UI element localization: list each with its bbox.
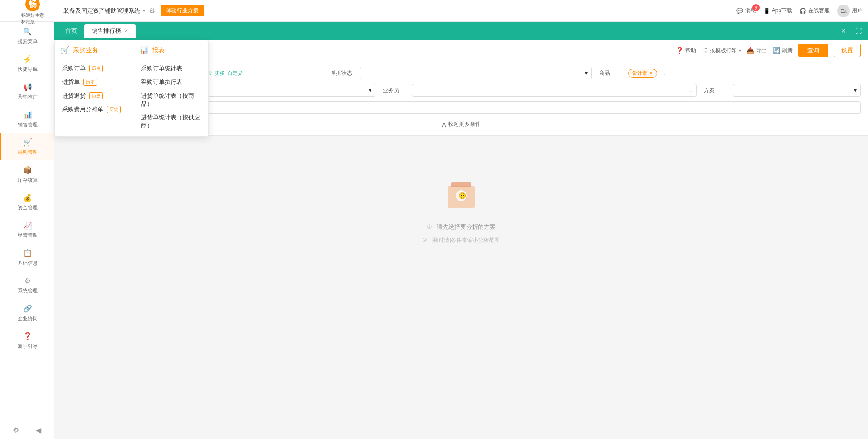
dropdown-col-procurement: 🛒 采购业务 采购订单 历史 进货单 历史 进货退货 历史 采购费用分摊单 历史 (55, 46, 130, 133)
print-button[interactable]: 🖨 按模板打印 ▾ (702, 47, 741, 54)
sidebar-item-sales[interactable]: 📊 销售管理 (0, 105, 54, 133)
help-icon: ❓ (676, 47, 683, 54)
tab-expand-button[interactable]: ⛶ (853, 26, 864, 35)
system-title: 装备及固定资产辅助管理系统 ▾ (63, 7, 145, 15)
tab-close-button[interactable]: ✕ (838, 26, 849, 35)
customer-more-icon[interactable]: … (851, 104, 857, 111)
salesperson-filter: 业务员 … (383, 84, 697, 97)
print-icon: 🖨 (702, 47, 708, 54)
product-more-button[interactable]: … (660, 70, 666, 77)
empty-tip2: ② 用[过滤]条件来缩小分析范围 (422, 237, 500, 244)
procurement-col-header: 🛒 采购业务 (60, 46, 124, 58)
export-icon: 📤 (746, 47, 754, 54)
procurement-dropdown-menu: 🛒 采购业务 采购订单 历史 进货单 历史 进货退货 历史 采购费用分摊单 历史 (54, 40, 209, 137)
sidebar: 🔍 搜索菜单 ⚡ 快捷导航 📢 营销推广 📊 销售管理 🛒 采购管理 📦 库存核… (0, 22, 54, 439)
report-col-header: 📊 报表 (139, 46, 203, 58)
box-icon: 📦 (23, 165, 33, 175)
sidebar-item-procurement[interactable]: 🛒 采购管理 (0, 133, 54, 160)
money-icon: 💰 (23, 192, 33, 202)
query-button[interactable]: 查询 (798, 44, 828, 57)
tab-close-icon[interactable]: ✕ (124, 28, 128, 34)
gear-icon[interactable]: ⚙ (149, 6, 155, 15)
link-icon: 🔗 (23, 303, 33, 313)
list-icon: 📋 (23, 248, 33, 258)
plan-filter: 方案 ▾ (704, 84, 861, 97)
refresh-icon: 🔄 (772, 47, 780, 54)
user-button[interactable]: Ea 用户 (837, 5, 863, 17)
product-tag: 设计素 ✕ (628, 69, 657, 78)
export-button[interactable]: 📤 导出 (746, 47, 767, 54)
dropdown-item-purchase-expense[interactable]: 采购费用分摊单 历史 (60, 103, 124, 116)
dropdown-col-report: 📊 报表 采购订单统计表 采购订单执行表 进货单统计表（按商品） 进货单统计表（… (134, 46, 209, 133)
megaphone-icon: 📢 (23, 82, 33, 92)
procurement-col-icon: 🛒 (60, 46, 69, 55)
sidebar-item-inventory[interactable]: 📦 库存核算 (0, 160, 54, 188)
tab-bar-actions: ✕ ⛶ (838, 26, 864, 35)
sidebar-item-search[interactable]: 🔍 搜索菜单 (0, 22, 54, 49)
dropdown-item-order-execution[interactable]: 采购订单执行表 (139, 75, 203, 89)
report-col-icon: 📊 (139, 46, 148, 55)
chevron-down-icon[interactable]: ▾ (143, 8, 145, 13)
sidebar-item-system[interactable]: ⚙ 系统管理 (0, 271, 54, 299)
tag-close-icon[interactable]: ✕ (649, 70, 653, 76)
lightning-icon: ⚡ (23, 54, 33, 64)
refresh-button[interactable]: 🔄 刷新 (772, 47, 793, 54)
sidebar-item-guide[interactable]: ❓ 新手引导 (0, 326, 54, 354)
collapse-icon: ⋀ (442, 121, 446, 128)
salesperson-select[interactable]: … (412, 84, 697, 97)
chart-icon: 📊 (23, 109, 33, 119)
logo-icon: 畅 (25, 0, 40, 11)
plan-select[interactable]: ▾ (733, 84, 861, 97)
sidebar-item-enterprise[interactable]: 🔗 企业协同 (0, 299, 54, 326)
mobile-icon: 📱 (763, 8, 770, 14)
top-header: 畅 畅通好生意 标准版 装备及固定资产辅助管理系统 ▾ ⚙ 体验行业方案 💬 消… (0, 0, 868, 22)
order-status-select[interactable]: ▾ (360, 67, 592, 79)
footer-settings-icon[interactable]: ⚙ (13, 426, 19, 434)
dropdown-item-purchase-return[interactable]: 进货退货 历史 (60, 89, 124, 103)
sidebar-item-marketing[interactable]: 📢 营销推广 (0, 77, 54, 105)
dropdown-item-receipt-by-supplier[interactable]: 进货单统计表（按供应商） (139, 111, 203, 133)
dropdown-item-receipt-by-product[interactable]: 进货单统计表（按商品） (139, 89, 203, 111)
chevron-down-icon: ▾ (854, 87, 857, 94)
tab-sales-ranking[interactable]: 销售排行榜 ✕ (84, 24, 136, 38)
chevron-down-icon: ▾ (585, 70, 588, 76)
question-icon: ❓ (23, 331, 33, 341)
trending-icon: 📈 (23, 220, 33, 230)
quick-custom-button[interactable]: 自定义 (228, 70, 243, 77)
tab-bar: 首页 销售排行榜 ✕ ✕ ⛶ (54, 22, 868, 40)
quick-more-button[interactable]: 更多 (215, 70, 225, 77)
empty-tip1: ① 请先选择要分析的方案 (427, 223, 496, 231)
salesperson-more-icon[interactable]: … (687, 87, 692, 94)
empty-illustration: 😟 (439, 172, 484, 217)
sidebar-item-quick-nav[interactable]: ⚡ 快捷导航 (0, 49, 54, 77)
online-service-button[interactable]: 🎧 在线客服 (800, 7, 830, 15)
sidebar-item-finance[interactable]: 💰 资金管理 (0, 188, 54, 216)
svg-rect-1 (451, 182, 471, 187)
dropdown-item-purchase-order[interactable]: 采购订单 历史 (60, 62, 124, 75)
industry-button[interactable]: 体验行业方案 (161, 5, 204, 16)
avatar: Ea (837, 5, 850, 17)
help-button[interactable]: ❓ 帮助 (676, 47, 696, 54)
sidebar-footer: ⚙ ◀ (0, 421, 54, 439)
message-button[interactable]: 💬 消息 9 (736, 7, 756, 15)
cart-icon: 🛒 (23, 137, 33, 147)
dropdown-columns: 🛒 采购业务 采购订单 历史 进货单 历史 进货退货 历史 采购费用分摊单 历史 (55, 46, 208, 133)
header-right: 💬 消息 9 📱 App下载 🎧 在线客服 Ea 用户 (736, 5, 863, 17)
dropdown-item-order-stats[interactable]: 采购订单统计表 (139, 62, 203, 75)
collapse-sidebar-icon[interactable]: ◀ (36, 426, 41, 434)
sidebar-item-basic-info[interactable]: 📋 基础信息 (0, 243, 54, 271)
product-filter: 商品 设计素 ✕ … (599, 69, 861, 78)
empty-state: 😟 ① 请先选择要分析的方案 ② 用[过滤]条件来缩小分析范围 (54, 136, 868, 281)
dropdown-item-purchase-receipt[interactable]: 进货单 历史 (60, 75, 124, 89)
settings-button[interactable]: 设置 (834, 44, 861, 57)
dropdown-divider (132, 46, 132, 133)
sidebar-item-operations[interactable]: 📈 经营管理 (0, 216, 54, 243)
tab-home[interactable]: 首页 (58, 24, 84, 38)
chevron-down-icon: ▾ (369, 87, 371, 94)
settings-icon: ⚙ (23, 276, 33, 286)
order-status-filter: 单据状态 ▾ (331, 67, 592, 79)
app-download-button[interactable]: 📱 App下载 (763, 7, 792, 15)
search-icon: 🔍 (23, 26, 33, 36)
logo-text: 畅通好生意 标准版 (21, 12, 44, 25)
headset-icon: 🎧 (800, 8, 806, 14)
